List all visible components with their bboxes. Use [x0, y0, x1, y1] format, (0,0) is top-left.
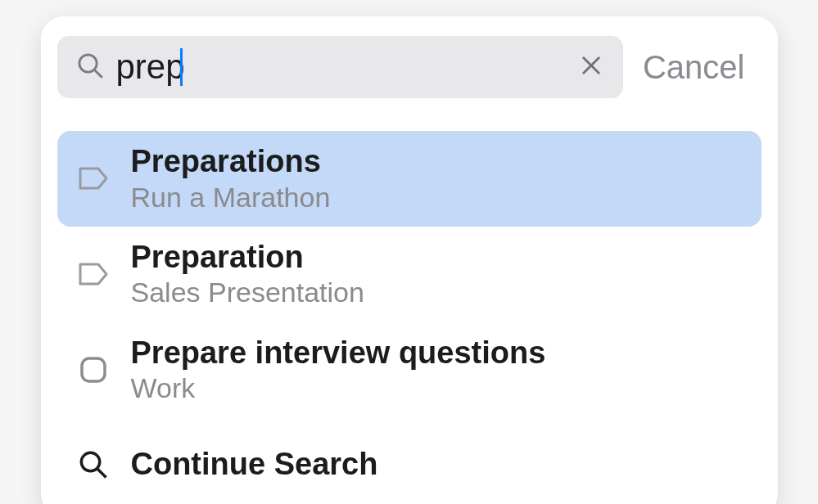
result-title: Prepare interview questions — [131, 335, 748, 371]
search-input-wrap[interactable]: prep — [116, 47, 577, 87]
search-panel: prep Cancel Preparations Run a Marathon — [41, 16, 778, 504]
svg-line-6 — [97, 469, 106, 477]
continue-search-label: Continue Search — [131, 447, 378, 482]
result-title: Preparations — [131, 144, 748, 180]
search-row: prep Cancel — [57, 36, 762, 98]
result-item[interactable]: Prepare interview questions Work — [57, 322, 762, 418]
checkbox-icon — [70, 355, 116, 385]
result-text: Preparation Sales Presentation — [131, 240, 748, 309]
svg-line-1 — [94, 70, 102, 78]
svg-point-5 — [81, 452, 99, 470]
result-item[interactable]: Preparations Run a Marathon — [57, 131, 762, 227]
search-icon — [70, 449, 116, 480]
search-input[interactable]: prep — [116, 47, 185, 87]
search-icon — [75, 51, 105, 83]
clear-icon[interactable] — [577, 52, 605, 83]
result-item[interactable]: Preparation Sales Presentation — [57, 227, 762, 322]
result-title: Preparation — [131, 240, 748, 276]
search-box[interactable]: prep — [57, 36, 623, 98]
cancel-button[interactable]: Cancel — [643, 49, 762, 86]
result-subtitle: Sales Presentation — [131, 277, 748, 308]
result-text: Prepare interview questions Work — [131, 335, 748, 405]
results-list: Preparations Run a Marathon Preparation … — [57, 131, 762, 490]
tag-icon — [70, 165, 116, 191]
svg-rect-4 — [82, 358, 105, 381]
result-text: Preparations Run a Marathon — [131, 144, 748, 214]
text-caret — [180, 48, 183, 86]
result-subtitle: Work — [131, 372, 748, 404]
result-subtitle: Run a Marathon — [131, 182, 748, 214]
svg-point-0 — [79, 55, 96, 72]
continue-search-button[interactable]: Continue Search — [57, 429, 762, 490]
tag-icon — [70, 261, 116, 287]
